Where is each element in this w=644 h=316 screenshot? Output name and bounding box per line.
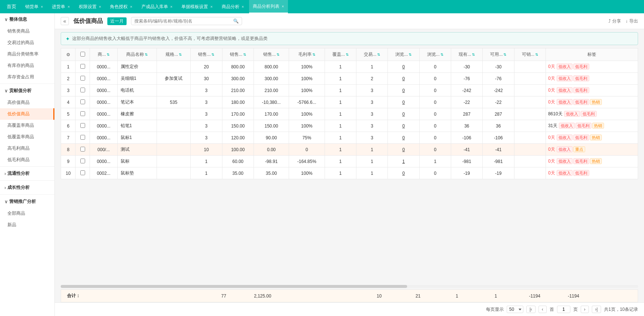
col-code[interactable]: 商...⇅	[90, 48, 117, 61]
row-checkbox[interactable]	[80, 147, 85, 152]
col-view1[interactable]: 浏览...⇅	[388, 48, 419, 61]
cell-view1[interactable]: 0	[388, 61, 419, 73]
nav-template-settings[interactable]: 单据模板设置 ×	[178, 0, 216, 13]
nav-close-icon[interactable]: ×	[282, 4, 284, 9]
sidebar-item-inventory-funds[interactable]: 库存资金占用	[0, 71, 54, 83]
nav-close-icon[interactable]: ×	[210, 4, 212, 9]
cell-view1[interactable]: 0	[388, 132, 419, 144]
sidebar-item-low-margin[interactable]: 低毛利商品	[0, 154, 54, 166]
cell-view1[interactable]: 0	[388, 96, 419, 108]
sidebar-item-in-stock-products[interactable]: 有库存的商品	[0, 60, 54, 71]
share-button[interactable]: ⤴ 分享	[608, 18, 621, 24]
nav-sales-order[interactable]: 销货单 ×	[21, 0, 47, 13]
sidebar-item-new-products[interactable]: 新品	[0, 219, 54, 231]
horizontal-scrollbar[interactable]	[61, 285, 638, 288]
search-icon[interactable]: 🔍	[233, 18, 239, 24]
nav-product-inbound[interactable]: 产成品入库单 ×	[138, 0, 176, 13]
row-checkbox[interactable]	[80, 111, 85, 116]
cell-checkbox[interactable]	[76, 167, 90, 179]
nav-close-icon[interactable]: ×	[99, 4, 101, 9]
row-checkbox[interactable]	[80, 88, 85, 92]
view-link[interactable]: 0	[402, 123, 405, 129]
row-checkbox[interactable]	[80, 159, 85, 163]
sidebar-item-category-sales-rate[interactable]: 商品分类销售率	[0, 48, 54, 60]
sidebar-item-low-value[interactable]: 低价值商品	[0, 108, 54, 120]
col-sellable[interactable]: 可销...⇅	[514, 48, 546, 61]
sidebar-item-high-coverage[interactable]: 高覆盖率商品	[0, 120, 54, 131]
cell-view1[interactable]: 0	[388, 73, 419, 85]
cell-checkbox[interactable]	[76, 85, 90, 96]
page-number-input[interactable]	[557, 306, 570, 313]
cell-checkbox[interactable]	[76, 108, 90, 120]
last-page-button[interactable]: ›|	[592, 306, 601, 313]
table-container[interactable]: ⚙ 商...⇅ 商品名称⇅ 规格...⇅ 销售...⇅ 销售...⇅ 销售...…	[61, 48, 638, 285]
col-settings[interactable]: ⚙	[61, 48, 76, 61]
col-sales-amount[interactable]: 销售...⇅	[254, 48, 289, 61]
settings-icon[interactable]: ⚙	[66, 52, 70, 57]
nav-close-icon[interactable]: ×	[170, 4, 172, 9]
cell-checkbox[interactable]	[76, 132, 90, 144]
cell-view1[interactable]: 0	[388, 144, 419, 156]
page-size-select[interactable]: 50 100 200	[507, 306, 523, 313]
export-button[interactable]: ↓ 导出	[625, 18, 638, 24]
first-page-button[interactable]: |‹	[526, 306, 536, 313]
filter-time-tag[interactable]: 近一月	[107, 17, 127, 25]
cell-checkbox[interactable]	[76, 61, 90, 73]
col-current-stock[interactable]: 现有...⇅	[451, 48, 482, 61]
row-checkbox[interactable]	[80, 76, 85, 81]
nav-close-icon[interactable]: ×	[242, 4, 244, 9]
cell-view1[interactable]: 0	[388, 120, 419, 132]
sidebar-group-contribution[interactable]: ∨ 贡献值分析	[0, 85, 54, 97]
sidebar-item-low-coverage[interactable]: 低覆盖率商品	[0, 131, 54, 143]
row-checkbox[interactable]	[80, 99, 85, 104]
row-checkbox[interactable]	[80, 123, 85, 128]
view-link[interactable]: 0	[402, 100, 405, 105]
view-link[interactable]: 0	[402, 88, 405, 93]
cell-checkbox[interactable]	[76, 156, 90, 167]
sidebar-item-all-products[interactable]: 全部商品	[0, 208, 54, 219]
col-view2[interactable]: 浏览...⇅	[419, 48, 451, 61]
next-page-button[interactable]: ›	[581, 306, 589, 313]
view-link[interactable]: 0	[402, 135, 405, 140]
cell-view1[interactable]: 0	[388, 85, 419, 96]
view-link[interactable]: 1	[402, 159, 405, 164]
search-input[interactable]	[134, 18, 231, 24]
col-tags[interactable]: 标签	[546, 48, 638, 61]
col-transaction[interactable]: 交易...⇅	[356, 48, 388, 61]
prev-page-button[interactable]: ‹	[539, 306, 547, 313]
collapse-sidebar-button[interactable]: «	[61, 17, 69, 25]
nav-permissions[interactable]: 权限设置 ×	[75, 0, 105, 13]
scrollbar-thumb[interactable]	[61, 285, 407, 288]
sidebar-group-growth[interactable]: › 成长性分析	[0, 181, 54, 194]
cell-checkbox[interactable]	[76, 73, 90, 85]
sidebar-group-overall[interactable]: ∨ 整体信息	[0, 13, 54, 26]
col-spec[interactable]: 规格...⇅	[157, 48, 190, 61]
sidebar-item-high-value[interactable]: 高价值商品	[0, 97, 54, 108]
row-checkbox[interactable]	[80, 135, 85, 140]
cell-checkbox[interactable]	[76, 120, 90, 132]
nav-close-icon[interactable]: ×	[67, 4, 70, 9]
col-coverage[interactable]: 覆盖...⇅	[325, 48, 356, 61]
nav-close-icon[interactable]: ×	[130, 4, 132, 9]
search-box[interactable]: 🔍	[131, 17, 242, 25]
cell-view1[interactable]: 1	[388, 156, 419, 167]
view-link[interactable]: 0	[402, 76, 405, 81]
sidebar-item-sales-products[interactable]: 销售类商品	[0, 26, 54, 37]
nav-product-analysis[interactable]: 商品分析 ×	[218, 0, 248, 13]
row-checkbox[interactable]	[80, 64, 85, 69]
nav-analysis-list[interactable]: 商品分析列表 ×	[249, 0, 288, 13]
cell-view1[interactable]: 0	[388, 108, 419, 120]
sidebar-item-high-margin[interactable]: 高毛利商品	[0, 143, 54, 154]
sidebar-group-liquidity[interactable]: › 流通性分析	[0, 167, 54, 180]
col-margin[interactable]: 毛利率⇅	[289, 48, 325, 61]
nav-roles[interactable]: 角色授权 ×	[106, 0, 136, 13]
nav-purchase-order[interactable]: 进货单 ×	[48, 0, 73, 13]
view-link[interactable]: 0	[402, 64, 405, 69]
col-name[interactable]: 商品名称⇅	[117, 48, 157, 61]
select-all-checkbox[interactable]	[80, 52, 85, 57]
col-checkbox[interactable]	[76, 48, 90, 61]
cell-checkbox[interactable]	[76, 96, 90, 108]
view-link[interactable]: 0	[402, 171, 405, 176]
sidebar-item-traded-products[interactable]: 交易过的商品	[0, 37, 54, 48]
row-checkbox[interactable]	[80, 170, 85, 175]
